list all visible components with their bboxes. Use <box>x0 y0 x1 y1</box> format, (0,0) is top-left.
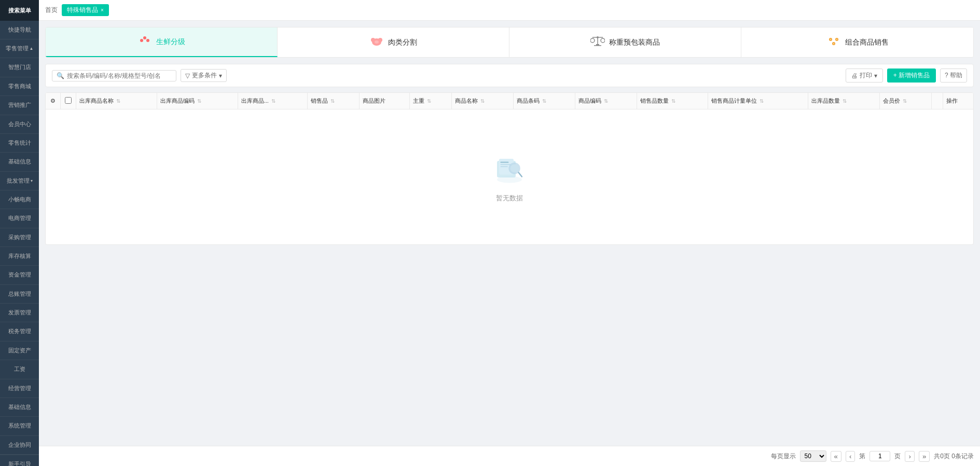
col-out-spec[interactable]: 出库商品... ⇅ <box>238 93 307 109</box>
print-button[interactable]: 🖨 打印 ▾ <box>846 68 883 83</box>
col-settings[interactable]: ⚙ <box>46 93 60 109</box>
svg-point-0 <box>140 39 143 42</box>
topbar-home[interactable]: 首页 <box>45 6 58 15</box>
sidebar-logo[interactable]: 搜索菜单 <box>0 0 39 21</box>
sidebar-item-retail-stats[interactable]: 零售统计 <box>0 134 39 153</box>
filter-button[interactable]: ▽ 更多条件 ▾ <box>181 69 227 82</box>
sort-icon-item-name: ⇅ <box>480 98 485 104</box>
sidebar-item-finance-mgmt[interactable]: 资金管理 <box>0 266 39 284</box>
sort-icon-out-code: ⇅ <box>197 98 201 104</box>
main-content: 首页 特殊销售品 × 生鲜分级 <box>39 0 980 466</box>
toolbar: 🔍 ▽ 更多条件 ▾ 🖨 打印 ▾ + 新增销售品 <box>45 64 974 87</box>
sidebar-item-mini-ecom[interactable]: 小畅电商 <box>0 190 39 209</box>
sidebar-item-ops-mgmt[interactable]: 经营管理 <box>0 379 39 398</box>
svg-point-21 <box>833 43 834 45</box>
fresh-grade-icon <box>137 35 152 49</box>
col-checkbox[interactable] <box>60 93 76 109</box>
topbar-tab-close[interactable]: × <box>101 7 104 13</box>
last-page-button[interactable]: » <box>919 451 930 462</box>
print-icon: 🖨 <box>851 72 858 79</box>
col-sale-unit[interactable]: 销售商品计量单位 ⇅ <box>708 93 808 109</box>
cat-tab-weigh-pack[interactable]: 称重预包装商品 <box>509 28 741 57</box>
wholesale-mgmt-arrow: ▾ <box>31 179 33 183</box>
sidebar-item-basic-info2[interactable]: 基础信息 <box>0 398 39 417</box>
topbar-current-tab[interactable]: 特殊销售品 × <box>62 4 109 16</box>
cat-tab-combo-sales[interactable]: 组合商品销售 <box>741 28 973 57</box>
sidebar-item-sales-promo[interactable]: 营销推广 <box>0 96 39 115</box>
cat-tab-meat-split[interactable]: 肉类分割 <box>278 28 509 57</box>
col-item-name[interactable]: 商品名称 ⇅ <box>452 93 514 109</box>
sort-icon-sale-qty: ⇅ <box>671 98 675 104</box>
cat-tab-fresh-grade[interactable]: 生鲜分级 <box>46 28 278 57</box>
page-number-input[interactable] <box>869 451 890 461</box>
sidebar-item-sys-mgmt[interactable]: 系统管理 <box>0 417 39 435</box>
col-out-qty[interactable]: 出库品数量 ⇅ <box>808 93 879 109</box>
sidebar-item-retail-mgmt[interactable]: 零售管理 ▲ <box>0 39 39 58</box>
col-sale-qty[interactable]: 销售品数量 ⇅ <box>637 93 708 109</box>
add-sale-item-button[interactable]: + 新增销售品 <box>887 68 936 83</box>
svg-rect-9 <box>596 44 599 45</box>
search-box[interactable]: 🔍 <box>52 70 176 81</box>
per-page-label: 每页显示 <box>771 452 796 461</box>
sidebar-item-fixed-assets[interactable]: 固定资产 <box>0 341 39 360</box>
svg-point-5 <box>378 38 382 42</box>
toolbar-right: 🖨 打印 ▾ + 新增销售品 ? 帮助 <box>846 68 967 83</box>
pagination: 每页显示 50 10 20 100 « ‹ 第 页 › » 共0页 0条记录 <box>39 446 980 466</box>
sidebar-item-general-ledger[interactable]: 总账管理 <box>0 285 39 304</box>
per-page-select[interactable]: 50 10 20 100 <box>800 450 826 462</box>
data-table: ⚙ 出库商品名称 ⇅ 出库商品编码 ⇅ 出库商品 <box>45 92 974 245</box>
sidebar-item-invoice-mgmt[interactable]: 发票管理 <box>0 304 39 322</box>
col-item-img: 商品图片 <box>360 93 410 109</box>
filter-icon: ▽ <box>185 72 190 79</box>
sidebar-item-salary[interactable]: 工资 <box>0 360 39 379</box>
retail-mgmt-arrow: ▲ <box>30 46 34 51</box>
help-button[interactable]: ? 帮助 <box>940 68 967 83</box>
col-sale-item[interactable]: 销售品 ⇅ <box>307 93 359 109</box>
sort-icon-item-code: ⇅ <box>604 98 608 104</box>
sort-icon-item-barcode: ⇅ <box>542 98 546 104</box>
sidebar-item-inventory[interactable]: 库存核算 <box>0 247 39 266</box>
select-all-checkbox[interactable] <box>65 97 72 104</box>
sidebar-bottom: 新手引导 ⚙ <box>0 455 39 466</box>
col-out-name[interactable]: 出库商品名称 ⇅ <box>76 93 157 109</box>
filter-label: 更多条件 <box>192 71 217 80</box>
next-page-button[interactable]: › <box>905 451 914 462</box>
sidebar-item-smart-store[interactable]: 智慧门店 <box>0 58 39 77</box>
svg-rect-25 <box>500 162 508 163</box>
sidebar-item-ecom-mgmt[interactable]: 电商管理 <box>0 209 39 228</box>
col-item-code[interactable]: 商品编码 ⇅ <box>575 93 637 109</box>
search-icon: 🔍 <box>57 72 64 79</box>
sidebar-item-wholesale-mgmt[interactable]: 批发管理 ▾ <box>0 172 39 190</box>
cat-tab-combo-sales-label: 组合商品销售 <box>845 38 889 47</box>
cat-tab-fresh-grade-label: 生鲜分级 <box>156 37 185 47</box>
svg-point-4 <box>371 38 375 42</box>
sort-icon-sale-item: ⇅ <box>330 98 335 104</box>
svg-point-29 <box>510 164 519 172</box>
sidebar-item-new-guide[interactable]: 新手引导 <box>0 455 39 466</box>
search-input[interactable] <box>67 72 172 79</box>
page-suffix-label: 页 <box>894 452 901 461</box>
sort-icon-out-name: ⇅ <box>116 98 120 104</box>
sort-icon-sale-unit: ⇅ <box>760 98 764 104</box>
col-out-code[interactable]: 出库商品编码 ⇅ <box>157 93 238 109</box>
svg-point-20 <box>836 39 837 40</box>
sidebar-item-quick-nav[interactable]: 快捷导航 <box>0 21 39 39</box>
sidebar-item-member-center[interactable]: 会员中心 <box>0 115 39 134</box>
sidebar-item-tax-mgmt[interactable]: 税务管理 <box>0 322 39 341</box>
page-content: 生鲜分级 肉类分割 <box>39 21 980 446</box>
sidebar-item-retail-mall[interactable]: 零售商城 <box>0 77 39 96</box>
empty-text: 暂无数据 <box>496 194 523 203</box>
sidebar-item-company-agreement[interactable]: 企业协同 <box>0 436 39 455</box>
col-member-price[interactable]: 会员价 ⇅ <box>879 93 931 109</box>
col-weight[interactable]: 主重 ⇅ <box>409 93 451 109</box>
col-item-barcode[interactable]: 商品条码 ⇅ <box>513 93 575 109</box>
sort-icon-out-qty: ⇅ <box>843 98 847 104</box>
sidebar-item-basic-info[interactable]: 基础信息 <box>0 153 39 171</box>
table-header-row: ⚙ 出库商品名称 ⇅ 出库商品编码 ⇅ 出库商品 <box>46 93 973 109</box>
svg-point-2 <box>146 39 149 42</box>
help-icon: ? <box>945 72 948 79</box>
svg-point-1 <box>143 36 146 39</box>
first-page-button[interactable]: « <box>831 451 841 462</box>
sidebar-item-purchase-mgmt[interactable]: 采购管理 <box>0 228 39 247</box>
prev-page-button[interactable]: ‹ <box>846 451 855 462</box>
